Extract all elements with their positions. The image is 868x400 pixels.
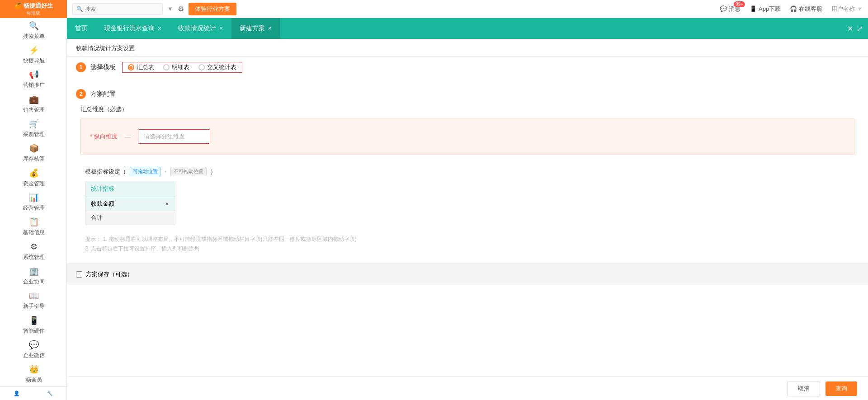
- tab-new-plan[interactable]: 新建方案 ✕: [231, 18, 280, 39]
- tab-receipt-stats-close[interactable]: ✕: [219, 25, 223, 32]
- marketing-icon: 📢: [29, 70, 39, 80]
- radio-detail[interactable]: 明细表: [163, 63, 189, 71]
- dimension-select-button[interactable]: 请选择分组维度: [138, 129, 210, 144]
- sidebar-item-system[interactable]: ⚙ 系统管理: [0, 239, 66, 264]
- sidebar-item-search[interactable]: 🔍 搜索菜单: [0, 18, 66, 42]
- inventory-icon: 📦: [29, 143, 39, 153]
- sidebar-item-label: 企业微信: [23, 352, 45, 359]
- radio-summary[interactable]: 汇总表: [128, 63, 154, 71]
- finance-icon: 💰: [29, 168, 39, 178]
- sidebar-item-wechat[interactable]: 💬 企业微信: [0, 337, 66, 362]
- guide-icon: 📖: [29, 291, 39, 301]
- sidebar-item-purchase[interactable]: 🛒 采购管理: [0, 116, 66, 141]
- page-inner: 收款情况统计方案设置 1 选择模板 汇总表: [67, 39, 868, 376]
- sidebar-item-label: 库存核算: [23, 155, 45, 163]
- step2-section: 2 方案配置 汇总维度（必选） * 纵向维度 — 请选择分组维度: [67, 85, 868, 264]
- hint-line-2: 2. 点击标题栏下拉可设置排序、插入列和删除列: [85, 245, 850, 253]
- sidebar-item-enterprise[interactable]: 🏢 企业协同: [0, 264, 66, 288]
- save-section: 方案保存（可选）: [67, 264, 868, 285]
- sidebar-item-marketing[interactable]: 📢 营销推广: [0, 67, 66, 92]
- radio-summary-label: 汇总表: [137, 63, 154, 71]
- save-checkbox[interactable]: [76, 271, 82, 278]
- sidebar-item-label: 快捷导航: [23, 57, 45, 65]
- dimension-row: * 纵向维度 — 请选择分组维度: [90, 129, 845, 144]
- user-dropdown-icon: ▼: [857, 5, 863, 12]
- footer-bar: 取消 查询: [67, 376, 868, 400]
- brand-area: 🍊 畅捷通好生 标准版: [0, 0, 67, 18]
- metrics-item-amount-label: 收款金额: [91, 200, 114, 208]
- sidebar-item-label: 新手引导: [23, 302, 45, 310]
- step1-badge: 1: [76, 62, 86, 72]
- message-button[interactable]: 💬 消息 99+: [720, 5, 741, 13]
- template-options-border: 汇总表 明细表 交叉统计表: [122, 62, 242, 73]
- tab-home-label: 首页: [75, 24, 88, 33]
- tab-maximize-button[interactable]: ⤢: [857, 24, 863, 33]
- step1-header: 1 选择模板 汇总表: [76, 62, 859, 73]
- sidebar-item-label: 营销推广: [23, 81, 45, 89]
- sidebar-item-quick-nav[interactable]: ⚡ 快捷导航: [0, 42, 66, 67]
- query-button[interactable]: 查询: [826, 381, 857, 396]
- sidebar-item-finance[interactable]: 💰 资金管理: [0, 165, 66, 190]
- metrics-subtotal-label: 合计: [91, 214, 103, 221]
- metrics-item-amount[interactable]: 收款金额 ▼: [85, 197, 175, 211]
- sidebar-item-basic-info[interactable]: 📋 基础信息: [0, 215, 66, 239]
- tab-new-plan-label: 新建方案: [240, 24, 265, 33]
- service-icon: 🎧: [790, 5, 797, 12]
- member-icon: 👑: [29, 364, 39, 374]
- sidebar-item-member[interactable]: 👑 畅会员: [0, 362, 66, 386]
- sidebar-item-management[interactable]: 📊 经营管理: [0, 190, 66, 214]
- step1-title: 选择模板 汇总表 明细表: [90, 62, 242, 73]
- metrics-title-suffix: ）: [210, 168, 216, 176]
- service-label: 在线客服: [799, 5, 822, 13]
- sidebar-item-guide[interactable]: 📖 新手引导: [0, 288, 66, 313]
- message-badge: 99+: [734, 1, 745, 7]
- sidebar-item-sales[interactable]: 💼 销售管理: [0, 92, 66, 116]
- tab-receipt-stats-label: 收款情况统计: [178, 24, 216, 33]
- wechat-icon: 💬: [29, 340, 39, 350]
- tab-new-plan-close[interactable]: ✕: [268, 25, 272, 32]
- page-content: 收款情况统计方案设置 1 选择模板 汇总表: [67, 39, 868, 376]
- search-icon: 🔍: [76, 6, 83, 12]
- step2-title: 方案配置: [90, 90, 116, 98]
- search-input[interactable]: [85, 6, 159, 12]
- sidebar-item-label: 系统管理: [23, 254, 45, 261]
- sidebar-item-hardware[interactable]: 📱 智能硬件: [0, 313, 66, 337]
- sidebar-user-icon[interactable]: 👤: [14, 391, 20, 396]
- cancel-button[interactable]: 取消: [788, 381, 820, 396]
- sidebar-item-label: 智能硬件: [23, 327, 45, 335]
- search-menu-icon: 🔍: [29, 21, 39, 31]
- management-icon: 📊: [29, 193, 39, 202]
- service-button[interactable]: 🎧 在线客服: [790, 5, 822, 13]
- sidebar-item-label: 基础信息: [23, 229, 45, 236]
- radio-crosstab-label: 交叉统计表: [207, 63, 236, 71]
- user-profile-icon: 👤: [14, 391, 20, 396]
- user-area[interactable]: 用户名称 ▼: [831, 5, 863, 13]
- sidebar-item-label: 企业协同: [23, 278, 45, 286]
- download-label: App下载: [759, 5, 781, 13]
- download-button[interactable]: 📱 App下载: [750, 5, 781, 13]
- brand-name: 畅捷通好生: [24, 2, 53, 10]
- tab-cashflow[interactable]: 现金银行流水查询 ✕: [96, 18, 170, 39]
- sidebar: 🔍 搜索菜单 ⚡ 快捷导航 📢 营销推广 💼 销售管理 🛒 采购管理 📦 库存核…: [0, 18, 67, 400]
- tab-cashflow-close[interactable]: ✕: [157, 25, 162, 32]
- gear-button[interactable]: ⚙: [178, 5, 184, 13]
- radio-crosstab[interactable]: 交叉统计表: [198, 63, 236, 71]
- settings-icon: 🔧: [47, 391, 53, 396]
- metrics-item-dropdown-icon: ▼: [165, 201, 170, 207]
- tab-close-all-button[interactable]: ✕: [847, 24, 853, 33]
- download-icon: 📱: [750, 5, 757, 12]
- basic-info-icon: 📋: [29, 217, 39, 227]
- tab-cashflow-label: 现金银行流水查询: [104, 24, 155, 33]
- sidebar-item-label: 畅会员: [26, 376, 42, 384]
- tab-receipt-stats[interactable]: 收款情况统计 ✕: [170, 18, 231, 39]
- dropdown-arrow-icon[interactable]: ▼: [167, 5, 173, 12]
- sidebar-item-inventory[interactable]: 📦 库存核算: [0, 141, 66, 165]
- sidebar-item-label: 资金管理: [23, 180, 45, 188]
- tab-home[interactable]: 首页: [67, 18, 96, 39]
- search-box[interactable]: 🔍: [72, 3, 163, 15]
- step1-label: 选择模板: [90, 63, 116, 71]
- tabbar: 首页 现金银行流水查询 ✕ 收款情况统计 ✕ 新建方案 ✕ ✕ ⤢: [67, 18, 868, 39]
- trial-industry-button[interactable]: 体验行业方案: [189, 3, 236, 15]
- sidebar-settings-icon[interactable]: 🔧: [47, 391, 53, 396]
- sidebar-item-label: 采购管理: [23, 131, 45, 138]
